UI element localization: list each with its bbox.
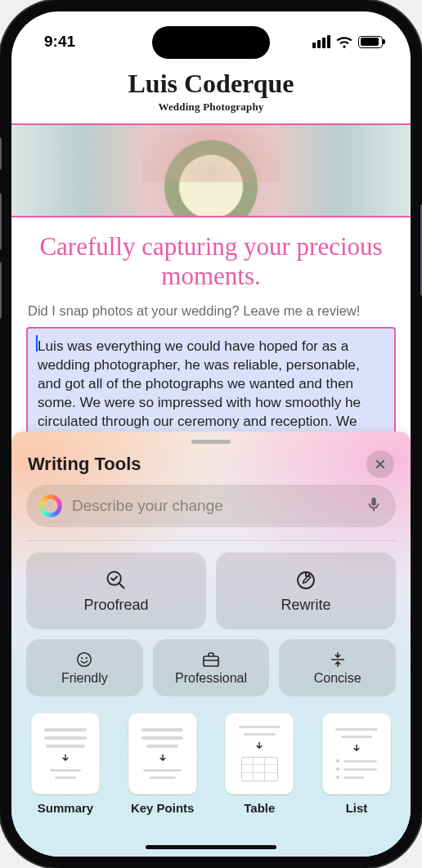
friendly-button[interactable]: Friendly <box>26 639 143 696</box>
page-subtitle: Wedding Photography <box>25 101 397 114</box>
wifi-icon <box>336 35 352 48</box>
smile-icon <box>75 651 93 669</box>
list-button[interactable]: List <box>321 713 393 815</box>
page-title: Luis Coderque <box>25 69 397 99</box>
apple-intelligence-icon <box>39 494 62 517</box>
svg-point-4 <box>86 657 88 659</box>
summary-label: Summary <box>38 801 93 815</box>
proofread-button[interactable]: Proofread <box>26 553 206 629</box>
keypoints-thumbnail-icon <box>128 713 197 794</box>
rewrite-icon <box>294 569 317 592</box>
cellular-icon <box>312 35 330 48</box>
close-button[interactable] <box>366 450 394 478</box>
rewrite-label: Rewrite <box>281 597 330 614</box>
list-thumbnail-icon <box>322 713 391 794</box>
friendly-label: Friendly <box>61 671 108 686</box>
svg-rect-5 <box>204 656 218 666</box>
clock: 9:41 <box>44 33 75 51</box>
summary-thumbnail-icon <box>31 713 100 794</box>
hero-image <box>11 123 411 217</box>
concise-label: Concise <box>314 671 361 686</box>
magnifier-check-icon <box>105 569 128 592</box>
table-button[interactable]: Table <box>223 713 295 815</box>
rewrite-button[interactable]: Rewrite <box>216 553 396 629</box>
tagline: Carefully capturing your precious moment… <box>11 217 411 298</box>
divider <box>26 540 396 541</box>
sheet-grabber[interactable] <box>191 440 231 444</box>
sheet-title: Writing Tools <box>28 454 141 475</box>
dynamic-island <box>152 26 270 59</box>
professional-button[interactable]: Professional <box>153 639 270 696</box>
home-indicator[interactable] <box>146 845 276 849</box>
concise-button[interactable]: Concise <box>279 639 396 696</box>
table-label: Table <box>244 801 275 815</box>
keypoints-label: Key Points <box>131 801 195 815</box>
text-cursor <box>36 335 38 351</box>
professional-label: Professional <box>175 671 247 686</box>
describe-change-input[interactable] <box>72 497 355 515</box>
list-label: List <box>346 801 368 815</box>
keypoints-button[interactable]: Key Points <box>127 713 199 815</box>
svg-point-3 <box>81 657 83 659</box>
summary-button[interactable]: Summary <box>29 713 101 815</box>
briefcase-icon <box>201 651 221 669</box>
describe-change-field[interactable] <box>26 485 396 527</box>
table-thumbnail-icon <box>225 713 294 794</box>
battery-icon <box>358 36 383 48</box>
proofread-label: Proofread <box>83 597 148 614</box>
close-icon <box>374 458 387 471</box>
svg-point-2 <box>78 652 92 666</box>
concise-icon <box>329 651 347 669</box>
mic-icon[interactable] <box>365 495 383 517</box>
writing-tools-sheet: Writing Tools Proofread <box>11 432 411 857</box>
review-prompt: Did I snap photos at your wedding? Leave… <box>11 298 411 327</box>
document-viewport[interactable]: Luis Coderque Wedding Photography Carefu… <box>11 62 411 857</box>
